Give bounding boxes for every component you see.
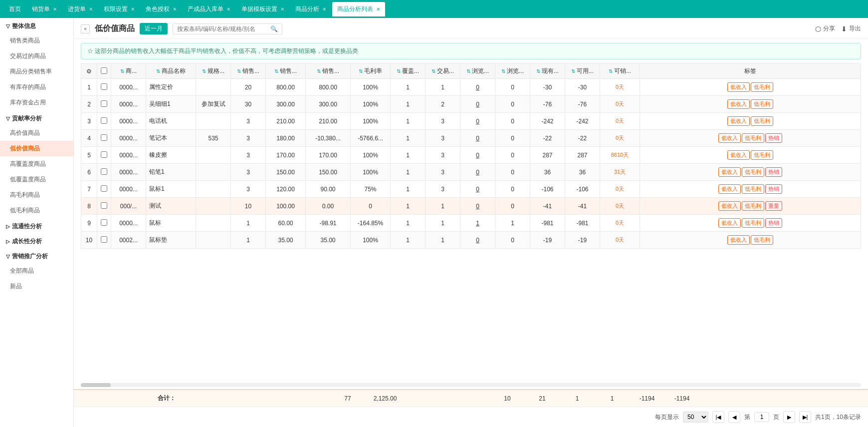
- scrollbar-thumb[interactable]: [81, 383, 111, 387]
- col-current-stock[interactable]: ⇅现有...: [530, 64, 565, 79]
- nav-home[interactable]: 首页: [4, 2, 26, 16]
- nav-sales-close[interactable]: ✕: [53, 6, 57, 12]
- sidebar-item-high-coverage[interactable]: 高覆盖度商品: [0, 156, 73, 172]
- row-browse1[interactable]: 0: [460, 181, 495, 198]
- first-page-btn[interactable]: |◀: [712, 411, 724, 423]
- row-select-checkbox[interactable]: [101, 100, 107, 107]
- row-checkbox[interactable]: [97, 96, 111, 113]
- sidebar-item-high-margin[interactable]: 高毛利商品: [0, 187, 73, 203]
- page-size-select[interactable]: 50 100 200: [683, 412, 708, 423]
- nav-purchase-close[interactable]: ✕: [89, 6, 93, 12]
- browse1-link[interactable]: 0: [476, 135, 479, 142]
- row-checkbox[interactable]: [97, 232, 111, 249]
- row-select-checkbox[interactable]: [101, 202, 107, 209]
- horizontal-scrollbar[interactable]: [81, 383, 861, 387]
- col-settings[interactable]: ⚙: [81, 64, 97, 79]
- nav-purchase[interactable]: 进货单 ✕: [63, 2, 98, 16]
- col-gross-margin[interactable]: ⇅毛利率: [351, 64, 391, 79]
- nav-permissions-close[interactable]: ✕: [131, 6, 135, 12]
- row-browse1[interactable]: 0: [460, 79, 495, 96]
- nav-product-analysis-list-close[interactable]: ✕: [376, 6, 380, 12]
- sidebar-item-stocked-products[interactable]: 有库存的商品: [0, 79, 73, 95]
- row-select-checkbox[interactable]: [101, 151, 107, 158]
- browse1-link[interactable]: 0: [476, 203, 479, 210]
- row-select-checkbox[interactable]: [101, 219, 107, 226]
- sidebar-collapse-btn[interactable]: «: [81, 24, 90, 33]
- prev-page-btn[interactable]: ◀: [728, 411, 740, 423]
- row-checkbox[interactable]: [97, 181, 111, 198]
- row-select-checkbox[interactable]: [101, 236, 107, 243]
- filter-recent-month-btn[interactable]: 近一月: [140, 23, 168, 34]
- row-select-checkbox[interactable]: [101, 185, 107, 192]
- col-checkbox[interactable]: [97, 64, 111, 79]
- col-spec[interactable]: ⇅规格...: [196, 64, 231, 79]
- nav-product-inbound[interactable]: 产成品入库单 ✕: [183, 2, 235, 16]
- row-browse1[interactable]: 0: [460, 96, 495, 113]
- table-container[interactable]: ⚙ ⇅商... ⇅商品名称 ⇅规格... ⇅销售... ⇅销售... ⇅销售..…: [81, 63, 861, 381]
- sidebar-item-low-coverage[interactable]: 低覆盖度商品: [0, 172, 73, 187]
- nav-roles-close[interactable]: ✕: [173, 6, 177, 12]
- sidebar-item-low-value[interactable]: 低价值商品: [0, 141, 73, 156]
- col-browse2[interactable]: ⇅浏览...: [495, 64, 530, 79]
- col-sale-amount[interactable]: ⇅销售...: [306, 64, 351, 79]
- sidebar-item-sales-products[interactable]: 销售类商品: [0, 33, 73, 48]
- page-number-input[interactable]: [754, 412, 769, 422]
- export-btn[interactable]: ⬇ 导出: [841, 24, 861, 33]
- col-sale-qty[interactable]: ⇅销售...: [231, 64, 266, 79]
- sidebar-item-high-value[interactable]: 高价值商品: [0, 125, 73, 141]
- sidebar-group-contribution[interactable]: ▽ 贡献率分析: [0, 110, 73, 125]
- nav-template-settings[interactable]: 单据模板设置 ✕: [236, 2, 289, 16]
- row-checkbox[interactable]: [97, 113, 111, 130]
- row-browse1[interactable]: 0: [460, 164, 495, 181]
- share-btn[interactable]: ⬡ 分享: [815, 24, 835, 33]
- nav-template-settings-close[interactable]: ✕: [280, 6, 284, 12]
- col-available[interactable]: ⇅可用...: [565, 64, 600, 79]
- browse1-link[interactable]: 0: [476, 84, 479, 91]
- sidebar-item-category-sales-rate[interactable]: 商品分类销售率: [0, 64, 73, 79]
- browse1-link[interactable]: 0: [476, 237, 479, 244]
- col-browse1[interactable]: ⇅浏览...: [460, 64, 495, 79]
- row-browse1[interactable]: 0: [460, 198, 495, 215]
- browse1-link[interactable]: 1: [476, 220, 479, 227]
- row-browse1[interactable]: 1: [460, 215, 495, 232]
- row-checkbox[interactable]: [97, 164, 111, 181]
- sidebar-item-new-products[interactable]: 新品: [0, 279, 73, 294]
- row-browse1[interactable]: 0: [460, 113, 495, 130]
- sidebar-group-overall[interactable]: ▽ 整体信息: [0, 18, 73, 33]
- col-sellable[interactable]: ⇅可销...: [600, 64, 640, 79]
- row-checkbox[interactable]: [97, 198, 111, 215]
- row-select-checkbox[interactable]: [101, 168, 107, 175]
- row-select-checkbox[interactable]: [101, 134, 107, 141]
- row-checkbox[interactable]: [97, 130, 111, 147]
- nav-roles[interactable]: 角色授权 ✕: [141, 2, 182, 16]
- nav-product-analysis-list[interactable]: 商品分析列表 ✕: [332, 2, 385, 16]
- browse1-link[interactable]: 0: [476, 186, 479, 193]
- row-select-checkbox[interactable]: [101, 117, 107, 124]
- nav-product-inbound-close[interactable]: ✕: [226, 6, 230, 12]
- row-select-checkbox[interactable]: [101, 83, 107, 90]
- sidebar-item-traded-products[interactable]: 交易过的商品: [0, 48, 73, 64]
- row-browse1[interactable]: 0: [460, 232, 495, 249]
- browse1-link[interactable]: 0: [476, 118, 479, 125]
- nav-product-analysis[interactable]: 商品分析 ✕: [290, 2, 331, 16]
- browse1-link[interactable]: 0: [476, 101, 479, 108]
- row-browse1[interactable]: 0: [460, 130, 495, 147]
- sidebar-item-low-margin[interactable]: 低毛利商品: [0, 203, 73, 218]
- col-transaction[interactable]: ⇅交易...: [426, 64, 460, 79]
- sidebar-item-inventory-funds[interactable]: 库存资金占用: [0, 95, 73, 110]
- row-checkbox[interactable]: [97, 215, 111, 232]
- col-name[interactable]: ⇅商品名称: [146, 64, 196, 79]
- sidebar-item-all-products[interactable]: 全部商品: [0, 263, 73, 279]
- last-page-btn[interactable]: ▶|: [799, 411, 811, 423]
- search-input[interactable]: [177, 25, 267, 32]
- col-code[interactable]: ⇅商...: [111, 64, 146, 79]
- row-checkbox[interactable]: [97, 79, 111, 96]
- search-icon[interactable]: 🔍: [270, 25, 278, 32]
- nav-permissions[interactable]: 权限设置 ✕: [99, 2, 140, 16]
- row-checkbox[interactable]: [97, 147, 111, 164]
- select-all-checkbox[interactable]: [101, 67, 107, 74]
- col-sale-price[interactable]: ⇅销售...: [266, 64, 306, 79]
- next-page-btn[interactable]: ▶: [783, 411, 795, 423]
- col-coverage[interactable]: ⇅覆盖...: [391, 64, 426, 79]
- sidebar-group-circulation[interactable]: ▷ 流通性分析: [0, 218, 73, 233]
